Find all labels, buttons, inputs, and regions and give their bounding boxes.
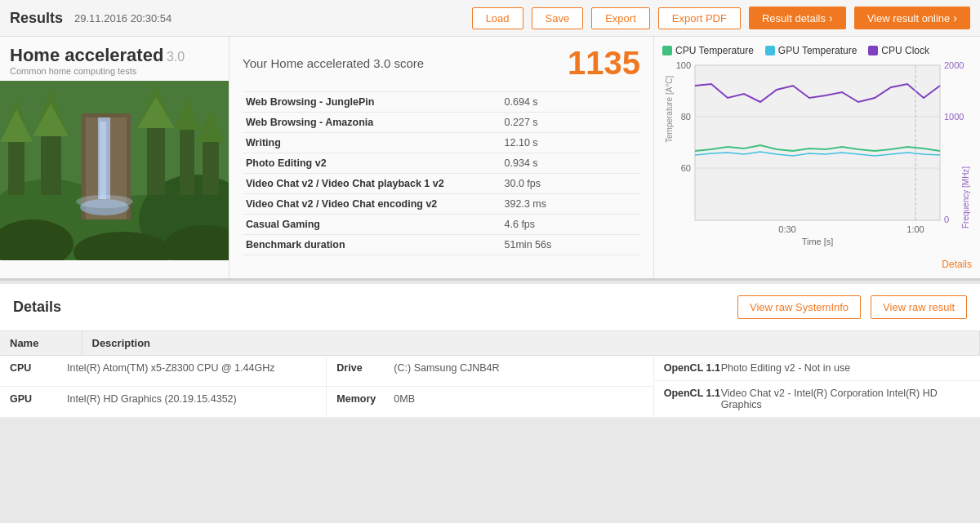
svg-text:Temperature [A°C]: Temperature [A°C] — [665, 75, 674, 143]
score-row: Your Home accelerated 3.0 score 1135 — [243, 45, 640, 82]
chart-area: 100 80 60 Temperature [A°C] 2000 1000 0 … — [662, 61, 972, 257]
view-result-button[interactable]: View raw result — [871, 295, 967, 319]
middle-panel: Your Home accelerated 3.0 score 1135 Web… — [229, 37, 653, 278]
legend-cpu-temp: CPU Temperature — [662, 45, 754, 56]
svg-text:0:30: 0:30 — [778, 224, 795, 234]
bench-name: Photo Editing v2 — [243, 153, 501, 174]
svg-text:2000: 2000 — [944, 60, 964, 70]
details-header: Details View raw SystemInfo View raw res… — [0, 284, 980, 331]
benchmark-row: Video Chat v2 / Video Chat encoding v239… — [243, 194, 640, 215]
opencl1-cell: OpenCL 1.1 Photo Editing v2 - Not in use — [654, 356, 980, 381]
page-title: Results — [10, 10, 63, 27]
view-online-button[interactable]: View result online › — [854, 7, 970, 29]
chevron-right-icon: › — [953, 11, 957, 24]
memory-value: 0MB — [394, 393, 415, 405]
export-pdf-button[interactable]: Export PDF — [658, 7, 741, 29]
bench-name: Video Chat v2 / Video Chat playback 1 v2 — [243, 174, 501, 194]
cpu-temp-dot — [662, 46, 672, 55]
load-button[interactable]: Load — [472, 7, 523, 29]
svg-text:Time [s]: Time [s] — [802, 237, 834, 246]
bench-value: 4.6 fps — [501, 215, 640, 235]
svg-text:60: 60 — [681, 163, 691, 173]
description-header: Description — [82, 331, 980, 356]
bench-value: 392.3 ms — [501, 194, 640, 215]
memory-label: Memory — [336, 393, 394, 405]
benchmark-table: Web Browsing - JunglePin0.694 sWeb Brows… — [243, 91, 640, 255]
cpu-clock-dot — [868, 46, 878, 55]
gpu-cell: GPU Intel(R) HD Graphics (20.19.15.4352) — [0, 387, 326, 418]
svg-rect-26 — [695, 65, 940, 220]
svg-text:1:00: 1:00 — [906, 224, 924, 234]
benchmark-row: Video Chat v2 / Video Chat playback 1 v2… — [243, 174, 640, 194]
details-title: Details — [13, 299, 728, 316]
gpu-temp-dot — [765, 46, 775, 55]
name-header: Name — [0, 331, 82, 356]
opencl2-label: OpenCL 1.1 — [664, 388, 721, 399]
legend-gpu-temp: GPU Temperature — [765, 45, 858, 56]
opencl2-cell: OpenCL 1.1 Video Chat v2 - Intel(R) Corp… — [654, 381, 980, 418]
bench-value: 30.0 fps — [501, 174, 640, 194]
svg-rect-13 — [100, 122, 106, 199]
test-image — [0, 81, 229, 260]
drive-value: (C:) Samsung CJNB4R — [394, 362, 499, 374]
benchmark-row: Photo Editing v20.934 s — [243, 153, 640, 174]
score-value: 1135 — [568, 45, 640, 82]
bench-name: Web Browsing - JunglePin — [243, 92, 501, 113]
drive-label: Drive — [336, 362, 394, 374]
gpu-value: Intel(R) HD Graphics (20.19.15.4352) — [67, 393, 237, 405]
test-name: Home accelerated — [10, 45, 163, 65]
cpu-cell: CPU Intel(R) Atom(TM) x5-Z8300 CPU @ 1.4… — [0, 356, 326, 387]
benchmark-row: Writing12.10 s — [243, 133, 640, 153]
bench-name: Writing — [243, 133, 501, 153]
right-panel: CPU Temperature GPU Temperature CPU Cloc… — [653, 37, 980, 278]
top-section: Home accelerated 3.0 Common home computi… — [0, 37, 980, 281]
bench-value: 12.10 s — [501, 133, 640, 153]
view-sysinfo-button[interactable]: View raw SystemInfo — [737, 295, 861, 319]
bench-value: 0.694 s — [501, 92, 640, 113]
bench-value: 0.934 s — [501, 153, 640, 174]
chart-details-link[interactable]: Details — [662, 259, 972, 270]
svg-text:0: 0 — [944, 215, 949, 224]
benchmark-row: Benchmark duration51min 56s — [243, 235, 640, 255]
bench-name: Web Browsing - Amazonia — [243, 113, 501, 133]
gpu-label: GPU — [10, 393, 67, 405]
opencl1-label: OpenCL 1.1 — [664, 362, 721, 374]
result-details-button[interactable]: Result details › — [749, 7, 846, 29]
bench-name: Benchmark duration — [243, 235, 501, 255]
svg-rect-21 — [203, 138, 219, 195]
test-version: 3.0 — [167, 50, 185, 64]
opencl2-value: Video Chat v2 - Intel(R) Corporation Int… — [721, 388, 970, 410]
benchmark-row: Web Browsing - JunglePin0.694 s — [243, 92, 640, 113]
svg-text:80: 80 — [681, 112, 691, 122]
test-header: Home accelerated 3.0 Common home computi… — [0, 37, 229, 81]
drive-cell: Drive (C:) Samsung CJNB4R — [327, 356, 653, 387]
chart-legend: CPU Temperature GPU Temperature CPU Cloc… — [662, 45, 972, 56]
bench-value: 51min 56s — [501, 235, 640, 255]
save-button[interactable]: Save — [532, 7, 584, 29]
test-description: Common home computing tests — [10, 66, 185, 76]
header-bar: Results 29.11.2016 20:30:54 Load Save Ex… — [0, 0, 980, 37]
benchmark-row: Web Browsing - Amazonia0.227 s — [243, 113, 640, 133]
export-button[interactable]: Export — [591, 7, 650, 29]
result-date: 29.11.2016 20:30:54 — [74, 12, 172, 24]
cpu-label: CPU — [10, 362, 67, 374]
left-panel: Home accelerated 3.0 Common home computi… — [0, 37, 229, 278]
details-table: Name Description — [0, 331, 980, 356]
legend-cpu-clock: CPU Clock — [868, 45, 929, 56]
chevron-right-icon: › — [829, 11, 833, 24]
cpu-value: Intel(R) Atom(TM) x5-Z8300 CPU @ 1.44GHz — [67, 362, 274, 374]
svg-text:1000: 1000 — [944, 112, 964, 122]
svg-point-15 — [76, 195, 133, 208]
benchmark-row: Casual Gaming4.6 fps — [243, 215, 640, 235]
opencl1-value: Photo Editing v2 - Not in use — [721, 362, 850, 374]
bench-value: 0.227 s — [501, 113, 640, 133]
memory-cell: Memory 0MB — [327, 387, 653, 418]
svg-text:Frequency [MHz]: Frequency [MHz] — [961, 166, 970, 228]
bench-name: Casual Gaming — [243, 215, 501, 235]
score-label: Your Home accelerated 3.0 score — [243, 56, 424, 70]
svg-rect-19 — [180, 126, 194, 195]
svg-text:100: 100 — [676, 60, 691, 70]
bench-name: Video Chat v2 / Video Chat encoding v2 — [243, 194, 501, 215]
cpu-gpu-row: CPU Intel(R) Atom(TM) x5-Z8300 CPU @ 1.4… — [0, 356, 980, 419]
details-section: Details View raw SystemInfo View raw res… — [0, 284, 980, 419]
